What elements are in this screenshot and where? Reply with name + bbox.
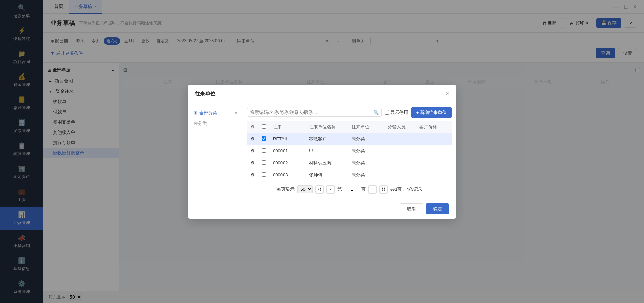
dsidebar-all-category[interactable]: ⊞ 全部分类 «	[188, 107, 243, 118]
row4-name: 张帅傅	[306, 169, 348, 181]
pagination: 每页显示 50 ⟨⟨ ‹ 第 页 › ⟩⟩ 共1页，4条记录	[247, 181, 452, 195]
dialog-main: 🔍 显示停用 + 新增往来单位 ⚙	[243, 103, 456, 199]
row1-check[interactable]	[258, 133, 269, 145]
next-page-btn[interactable]: ›	[368, 185, 377, 194]
row3-manager	[384, 157, 415, 169]
row1-price	[416, 133, 452, 145]
search-icon: 🔍	[373, 110, 379, 115]
row4-manager	[384, 169, 415, 181]
search-input[interactable]	[250, 110, 371, 115]
table-row[interactable]: ⚙ 000001 甲 未分类	[247, 145, 452, 157]
row3-name: 材料供应商	[306, 157, 348, 169]
cancel-button[interactable]: 取消	[400, 203, 423, 214]
th-name: 往来单位名称	[306, 121, 348, 133]
dialog-title: 往来单位	[195, 91, 215, 97]
row1-code: RETAIL_...	[269, 133, 306, 145]
row2-category: 未分类	[348, 145, 384, 157]
row3-check[interactable]	[258, 157, 269, 169]
row1-manager	[384, 133, 415, 145]
grid-icon: ⊞	[193, 110, 197, 115]
row1-icon: ⚙	[247, 133, 258, 145]
row4-icon: ⚙	[247, 169, 258, 181]
table-select-all[interactable]	[262, 124, 266, 129]
total-records: 共1页，4条记录	[390, 186, 422, 193]
th-price: 客户价格...	[416, 121, 452, 133]
dialog-sidebar: ⊞ 全部分类 « 未分类	[188, 103, 243, 199]
row3-icon: ⚙	[247, 157, 258, 169]
page-label-first: 第	[337, 186, 342, 193]
row2-icon: ⚙	[247, 145, 258, 157]
add-party-button[interactable]: + 新增往来单位	[411, 107, 452, 118]
first-page-btn[interactable]: ⟨⟨	[315, 185, 324, 194]
row4-price	[416, 169, 452, 181]
row2-price	[416, 145, 452, 157]
th-category: 往来单位...	[348, 121, 384, 133]
th-code: 往来...	[269, 121, 306, 133]
row2-code: 000001	[269, 145, 306, 157]
th-manager: 分管人员	[384, 121, 415, 133]
row4-category: 未分类	[348, 169, 384, 181]
prev-page-btn[interactable]: ‹	[326, 185, 335, 194]
row2-manager	[384, 145, 415, 157]
row3-price	[416, 157, 452, 169]
row1-name: 零散客户	[306, 133, 348, 145]
row4-code: 000003	[269, 169, 306, 181]
table-row[interactable]: ⚙ RETAIL_... 零散客户 未分类	[247, 133, 452, 145]
row2-name: 甲	[306, 145, 348, 157]
row1-category: 未分类	[348, 133, 384, 145]
th-check	[258, 121, 269, 133]
table-header-row: ⚙ 往来... 往来单位名称 往来单位... 分管人员 客户价格...	[247, 121, 452, 133]
dialog-header: 往来单位 ×	[188, 85, 456, 103]
dialog-toolbar: 🔍 显示停用 + 新增往来单位	[247, 107, 452, 118]
show-disabled-label[interactable]: 显示停用	[385, 109, 408, 116]
table-scroll: ⚙ 往来... 往来单位名称 往来单位... 分管人员 客户价格...	[247, 121, 452, 181]
dialog-footer: 取消 确定	[188, 199, 456, 219]
row3-code: 000002	[269, 157, 306, 169]
row4-check[interactable]	[258, 169, 269, 181]
current-page-input[interactable]	[345, 186, 358, 193]
table-row[interactable]: ⚙ 000002 材料供应商 未分类	[247, 157, 452, 169]
dsidebar-unclassified[interactable]: 未分类	[188, 118, 243, 129]
dialog-overlay: 往来单位 × ⊞ 全部分类 « 未分类	[0, 0, 644, 303]
per-page-label: 每页显示	[277, 186, 295, 193]
table-row[interactable]: ⚙ 000003 张帅傅 未分类	[247, 169, 452, 181]
last-page-btn[interactable]: ⟩⟩	[379, 185, 388, 194]
party-table: ⚙ 往来... 往来单位名称 往来单位... 分管人员 客户价格...	[247, 121, 452, 181]
dialog-close-button[interactable]: ×	[445, 90, 449, 97]
dialog-body: ⊞ 全部分类 « 未分类 🔍 显示停用	[188, 103, 456, 199]
confirm-button[interactable]: 确定	[426, 203, 449, 214]
row2-check[interactable]	[258, 145, 269, 157]
dsidebar-toggle-icon[interactable]: «	[235, 110, 237, 115]
per-page-select[interactable]: 50	[297, 185, 313, 193]
search-box: 🔍	[247, 108, 382, 117]
row3-category: 未分类	[348, 157, 384, 169]
party-dialog: 往来单位 × ⊞ 全部分类 « 未分类	[188, 85, 456, 219]
th-settings: ⚙	[247, 121, 258, 133]
show-disabled-checkbox[interactable]	[385, 110, 389, 115]
page-label-unit: 页	[361, 186, 366, 193]
